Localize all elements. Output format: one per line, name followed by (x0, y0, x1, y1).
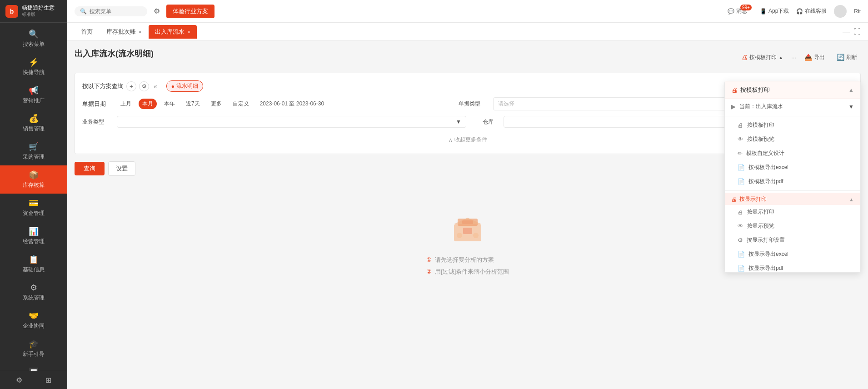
warehouse-label: 仓库 (483, 118, 496, 126)
search-input[interactable] (90, 8, 135, 15)
dp-display-preview[interactable]: 👁 按显示预览 (725, 219, 860, 233)
dp-header-title: 🖨 按模板打印 (731, 86, 770, 94)
dp-divider-2 (725, 190, 860, 191)
tab-home[interactable]: 首页 (75, 25, 99, 39)
setting-btn[interactable]: 设置 (108, 161, 135, 176)
sidebar-item-basic-info[interactable]: 📋 基础信息 (0, 250, 67, 278)
template-print-btn[interactable]: 🖨 按模板打印 ▲ (738, 52, 787, 63)
logo-icon: b (5, 5, 18, 18)
sidebar-item-purchase[interactable]: 🛒 采购管理 (0, 137, 67, 165)
topbar-right: 💬 消息 99+ 📱 App下载 🎧 在线客服 Rit (728, 5, 861, 18)
message-icon: 💬 (728, 8, 734, 15)
tab-inventory-batch[interactable]: 库存批次账 × (100, 25, 148, 39)
dp-template-excel-icon: 📄 (738, 164, 745, 171)
filter-collapse-btn[interactable]: « (152, 82, 159, 91)
sidebar-item-enterprise[interactable]: 🤝 企业协同 (0, 306, 67, 334)
sidebar-item-operations[interactable]: 📊 经营管理 (0, 222, 67, 250)
tip-num-1: ① (426, 256, 432, 263)
system-icon: ⚙ (30, 283, 37, 293)
tab-inventory-flow-close[interactable]: × (187, 29, 190, 35)
dp-display-pdf[interactable]: 📄 按显示导出pdf (725, 261, 860, 272)
date-btn-this-year[interactable]: 本年 (160, 99, 179, 109)
app-download-btn[interactable]: 📱 App下载 (760, 7, 789, 15)
avatar[interactable] (834, 5, 847, 18)
sidebar-item-guide[interactable]: 🎓 新手引导 (0, 334, 67, 363)
refresh-btn[interactable]: 🔄 刷新 (833, 52, 861, 63)
sidebar-item-marketing[interactable]: 📢 营销推广 (0, 81, 67, 109)
search-nav-icon: 🔍 (29, 29, 39, 39)
dp-display-excel[interactable]: 📄 按显示导出excel (725, 247, 860, 261)
tag-icon: ● (171, 83, 175, 90)
dropdown-scroll: 🖨 按模板打印 ▲ ▶ 当前：出入库流水 ▼ 🖨 按模板打印 (725, 81, 860, 272)
quick-nav-icon: ⚡ (29, 57, 39, 67)
filter-tag-flow[interactable]: ● 流水明细 (166, 80, 203, 92)
dp-display-section-header[interactable]: 🖨 按显示打印 ▲ (725, 193, 860, 205)
dp-display-section-chevron: ▲ (849, 197, 854, 202)
more-dots[interactable]: ··· (791, 54, 796, 61)
online-service-btn[interactable]: 🎧 在线客服 (796, 7, 827, 15)
app-download-label: App下载 (768, 7, 789, 15)
dp-template-custom[interactable]: ✏ 模板自定义设计 (725, 146, 860, 160)
dp-current-icon: ▶ (731, 103, 736, 110)
date-btn-7days[interactable]: 近7天 (182, 99, 204, 109)
sidebar-item-app-center[interactable]: 🔲 应用中心 (0, 363, 67, 371)
dp-current-arrow: ▼ (848, 104, 854, 110)
dp-template-print[interactable]: 🖨 按模板打印 (725, 118, 860, 132)
sidebar-item-system[interactable]: ⚙ 系统管理 (0, 278, 67, 306)
filter-add-btn[interactable]: + (126, 81, 136, 91)
display-section-icon: 🖨 (731, 196, 737, 203)
message-btn[interactable]: 💬 消息 99+ (728, 7, 747, 15)
dp-template-excel[interactable]: 📄 按模板导出excel (725, 160, 860, 175)
settings-footer-icon[interactable]: ⚙ (16, 376, 22, 384)
inventory-icon: 📦 (29, 170, 39, 180)
date-btn-custom[interactable]: 自定义 (229, 99, 253, 109)
filter-gear-btn[interactable]: ⚙ (139, 81, 149, 91)
dp-display-print-settings[interactable]: ⚙ 按显示打印设置 (725, 233, 860, 247)
business-type-select[interactable]: ▼ (117, 116, 466, 128)
export-btn[interactable]: 📤 导出 (801, 52, 828, 63)
search-bar[interactable]: 🔍 (75, 6, 147, 16)
plus-icon: + (130, 83, 133, 90)
svg-point-6 (457, 233, 462, 238)
dp-header[interactable]: 🖨 按模板打印 ▲ (725, 81, 860, 99)
window-minimize-icon[interactable]: — (843, 28, 850, 36)
tip-text-2: 用[过滤]条件来缩小分析范围 (435, 268, 509, 275)
export-icon: 📤 (804, 54, 812, 61)
tab-inventory-flow[interactable]: 出入库流水 × (149, 25, 196, 39)
dp-display-section-label: 🖨 按显示打印 (731, 195, 767, 203)
date-btn-last-month[interactable]: 上月 (117, 99, 135, 109)
finance-icon: 💳 (29, 198, 39, 208)
sidebar-item-quick-nav[interactable]: ⚡ 快捷导航 (0, 53, 67, 81)
query-btn[interactable]: 查询 (75, 162, 105, 175)
dp-template-pdf[interactable]: 📄 按模板导出pdf (725, 175, 860, 189)
dp-display-print-icon: 🖨 (738, 209, 743, 215)
sidebar-item-finance[interactable]: 💳 资金管理 (0, 194, 67, 222)
tab-inventory-batch-close[interactable]: × (139, 29, 141, 35)
print-dp-icon: 🖨 (731, 86, 738, 94)
template-print-dropdown: 🖨 按模板打印 ▲ ▶ 当前：出入库流水 ▼ 🖨 按模板打印 (724, 81, 861, 273)
username: Rit (854, 8, 861, 15)
collapse-up-icon: ∧ (449, 137, 453, 143)
enterprise-icon: 🤝 (29, 311, 39, 321)
gear-icon[interactable]: ⚙ (154, 7, 160, 15)
dp-current-item[interactable]: ▶ 当前：出入库流水 ▼ (725, 99, 860, 114)
dp-template-pdf-icon: 📄 (738, 178, 745, 185)
basic-info-icon: 📋 (29, 254, 39, 264)
date-btn-more[interactable]: 更多 (207, 99, 225, 109)
dp-display-print[interactable]: 🖨 按显示打印 (725, 205, 860, 219)
tip-text-1: 请先选择要分析的方案 (435, 256, 494, 263)
sidebar-item-search[interactable]: 🔍 搜索菜单 (0, 25, 67, 53)
collapse-footer-icon[interactable]: ⊞ (45, 376, 51, 384)
date-btn-this-month[interactable]: 本月 (139, 99, 157, 109)
trial-btn[interactable]: 体验行业方案 (166, 5, 215, 18)
sidebar-item-sales[interactable]: 💰 销售管理 (0, 109, 67, 137)
tip-num-2: ② (426, 268, 432, 275)
tabs-bar: 首页 库存批次账 × 出入库流水 × — ⛶ (67, 23, 868, 41)
sidebar-item-inventory[interactable]: 📦 库存核算 (0, 165, 67, 194)
date-range-display: 2023-06-01 至 2023-06-30 (260, 100, 324, 108)
search-topbar-icon: 🔍 (80, 8, 87, 15)
dp-display-excel-icon: 📄 (738, 251, 745, 258)
window-maximize-icon[interactable]: ⛶ (853, 28, 861, 36)
dp-template-preview-icon: 👁 (738, 136, 743, 143)
dp-template-preview[interactable]: 👁 按模板预览 (725, 132, 860, 146)
